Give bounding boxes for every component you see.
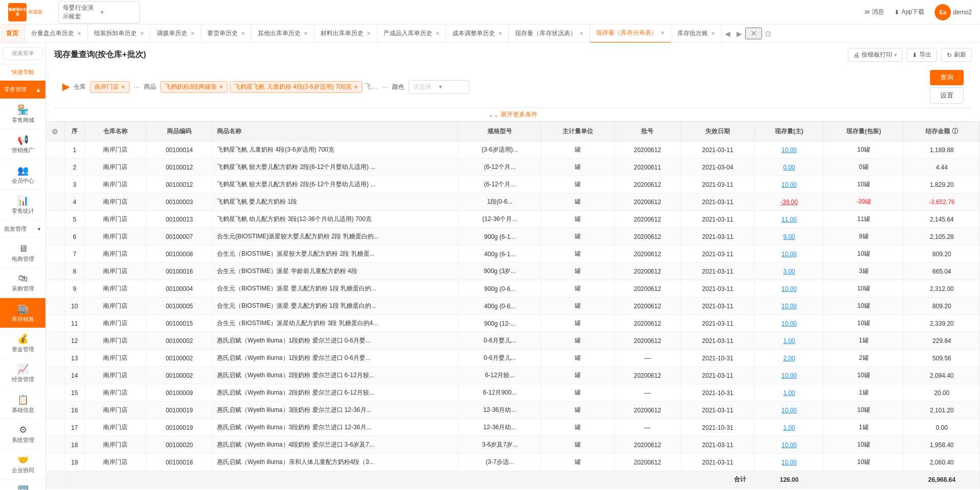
tab-next-btn[interactable]: ▶ [733,30,745,38]
tab-cheng-ben[interactable]: 成本调整单历史 ✕ [446,24,509,43]
close-icon[interactable]: ✕ [190,31,194,36]
td-warehouse: 南岸门店 [85,332,146,350]
filter-expand-btn[interactable]: ▶ [62,81,69,92]
sidebar-item-wholesale[interactable]: 批发管理 ▼ [0,220,45,238]
td-qty-main[interactable]: -39.00 [755,193,824,211]
remove-product-tag-1-btn[interactable]: ✕ [219,84,223,90]
tab-close-all-btn[interactable]: ✕ [745,28,762,39]
sidebar-item-ecommerce[interactable]: 🖥 电商管理 [0,238,45,268]
td-qty-main[interactable]: 1.00 [755,332,824,350]
td-qty-main[interactable]: 10.00 [755,141,824,159]
td-summary-label: 合计 [64,471,755,488]
tab-fen-pan[interactable]: 分量盘点单历史 ✕ [25,24,88,43]
tab-maximize-btn[interactable]: ⊡ [762,30,774,38]
color-select[interactable]: 请选择 ▾ [408,80,470,94]
close-icon[interactable]: ✕ [711,31,715,36]
refresh-btn[interactable]: ↻ 刷新 [941,48,972,62]
sidebar-item-retail-store[interactable]: 🏪 零售商城 [0,99,45,129]
print-btn[interactable]: 🖨 按模板打印 ▾ [848,48,902,62]
tab-ku-cun-pi-ci[interactable]: 库存批次账 ✕ [671,24,722,43]
tab-zu-chai[interactable]: 组装拆卸单历史 ✕ [88,24,151,43]
sidebar-item-finance[interactable]: 💰 资金管理 [0,328,45,358]
td-balance: 1,829.20 [904,176,980,193]
sidebar-item-retail-stats[interactable]: 📊 零售统计 [0,190,45,220]
tab-qi-ta-chu[interactable]: 其他出库单历史 ✕ [252,24,314,43]
td-qty-main[interactable]: 10.00 [755,454,824,471]
td-batch: — [614,419,680,436]
close-icon[interactable]: ✕ [366,31,371,36]
td-expire: 2021-03-11 [681,280,755,298]
more-warehouses-btn[interactable]: ··· [134,83,140,91]
sidebar-item-basic-info[interactable]: 📋 基础信息 [0,389,45,419]
tab-prev-btn[interactable]: ◀ [722,30,733,38]
sidebar-item-new-guide[interactable]: 🆕 新手引导 [0,480,45,490]
expand-more-conditions-btn[interactable]: ⌄⌄ 展开更多条件 [488,110,537,119]
td-qty-main[interactable]: 0.00 [755,159,824,176]
td-qty-main[interactable]: 9.00 [755,228,824,246]
td-code: 00100020 [146,436,212,454]
td-qty-main[interactable]: 3.00 [755,263,824,280]
td-qty-main[interactable]: 11.00 [755,211,824,228]
sidebar-item-sys-mgmt[interactable]: ⚙ 系统管理 [0,419,45,449]
td-qty-main[interactable]: 10.00 [755,176,824,193]
tab-cai-liao-chu[interactable]: 材料出库单历史 ✕ [314,24,377,43]
tab-yao-huo[interactable]: 要货单历史 ✕ [201,24,252,43]
tab-xian-cun-fen[interactable]: 现存量（库存分布表） ✕ [590,24,671,43]
remove-product-tag-2-btn[interactable]: ✕ [354,84,358,90]
sidebar-item-purchase[interactable]: 🛍 采购管理 [0,268,45,298]
td-spec: (6-12个月... [458,176,541,193]
tab-xian-cun-kucun[interactable]: 现存量（库存状况表） ✕ [509,24,590,43]
tab-home[interactable]: 首页 [0,24,25,43]
td-warehouse: 南岸门店 [85,419,146,436]
td-balance: 229.84 [904,332,980,350]
td-spec: 3-6岁及7岁... [458,436,541,454]
close-icon[interactable]: ✕ [241,31,245,36]
close-icon[interactable]: ✕ [579,31,583,36]
remove-warehouse-tag-btn[interactable]: ✕ [121,84,125,90]
table-row: 13 南岸门店 00100002 惠氏启赋（Wyeth illuma）1段奶粉 … [46,350,980,367]
td-qty-main[interactable]: 10.00 [755,298,824,315]
td-qty-main[interactable]: 1.00 [755,419,824,436]
more-products-btn[interactable]: 飞... [364,82,378,91]
sidebar-item-inventory[interactable]: 🏬 库存核算 [0,298,45,328]
td-qty-main[interactable]: 10.00 [755,367,824,384]
td-qty-main[interactable]: 10.00 [755,315,824,332]
tab-diao-bo[interactable]: 调拨单历史 ✕ [151,24,201,43]
setting-btn[interactable]: 设置 [930,87,964,104]
quick-nav-btn[interactable]: 快捷导航 [0,66,45,78]
td-warehouse: 南岸门店 [85,315,146,332]
td-qty-main[interactable]: 1.00 [755,384,824,402]
sidebar-item-operations[interactable]: 📈 经营管理 [0,358,45,388]
message-btn[interactable]: ✉ 消息 [865,8,884,16]
more-products-ellipsis[interactable]: ··· [382,83,388,91]
close-icon[interactable]: ✕ [660,30,665,36]
close-icon[interactable]: ✕ [140,31,144,36]
table-body: 1 南岸门店 00100014 飞鹤星飞帆 儿童奶粉 4段(3-6岁适用) 70… [46,141,980,488]
td-qty-main[interactable]: 10.00 [755,402,824,419]
td-unit: 罐 [542,141,614,159]
tab-chan-pin-ru[interactable]: 产成品入库单历史 ✕ [377,24,446,43]
app-download-btn[interactable]: ⬇ App下载 [894,8,924,16]
td-qty-main[interactable]: 2.00 [755,350,824,367]
td-qty-main[interactable]: 10.00 [755,436,824,454]
query-btn[interactable]: 查询 [930,70,964,85]
close-icon[interactable]: ✕ [435,31,439,36]
search-btn[interactable]: 搜索英单 [3,47,42,60]
td-qty-pkg: 1罐 [824,332,904,350]
industry-selector[interactable]: 母婴行业演示账套 ▾ [58,1,140,23]
export-btn[interactable]: ⬇ 导出 [906,48,937,62]
close-icon[interactable]: ✕ [498,31,502,36]
close-icon[interactable]: ✕ [77,31,81,36]
sidebar-item-marketing[interactable]: 📢 营销推广 [0,129,45,159]
sidebar-item-retail-mgmt[interactable]: 零售管理 ▲ [0,81,45,99]
td-expire: 2021-03-11 [681,141,755,159]
td-code: 00100005 [146,298,212,315]
close-icon[interactable]: ✕ [304,31,308,36]
sidebar-item-enterprise[interactable]: 🤝 企业协同 [0,449,45,479]
td-qty-main[interactable]: 10.00 [755,246,824,263]
sidebar-item-member[interactable]: 👥 会员中心 [0,160,45,190]
user-profile-btn[interactable]: Ea demo2 [935,4,972,20]
td-spec: 400g (6-1... [458,246,541,263]
gear-icon[interactable]: ⚙ [52,128,58,136]
td-qty-main[interactable]: 10.00 [755,280,824,298]
